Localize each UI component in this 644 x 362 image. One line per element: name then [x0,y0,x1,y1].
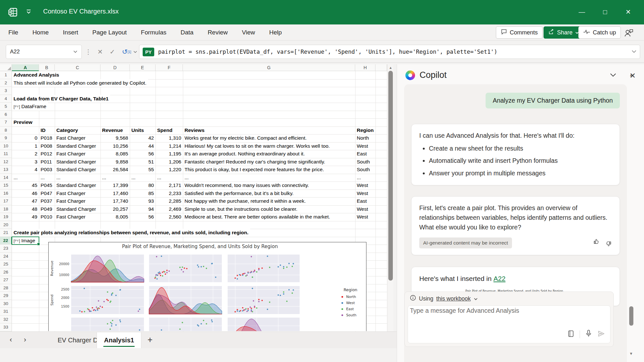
share-button[interactable]: Share [544,26,584,39]
workbook-scope-link[interactable]: this workbook [436,295,471,302]
row-header-1[interactable]: 1 [0,71,12,79]
message-textbox[interactable] [408,305,611,343]
row-header-17[interactable]: 17 [0,197,12,205]
row-header-3[interactable]: 3 [0,87,12,95]
row-header-6[interactable]: 6 [0,111,12,119]
row-header-15[interactable]: 15 [0,181,12,190]
excel-app-icon[interactable] [8,7,18,19]
thumbs-up-icon[interactable] [593,238,600,247]
maximize-button[interactable]: □ [600,6,611,17]
cell-C17[interactable]: Fast Charger [55,197,100,205]
row-header-27[interactable]: 27 [0,276,12,284]
cell-A7[interactable]: Preview [12,118,39,126]
cell-E9[interactable]: 42 [130,134,156,142]
worksheet-grid[interactable]: Advanced AnalysisThis sheet will include… [0,64,387,331]
notebook-icon[interactable] [567,330,574,339]
cell-F14[interactable]: ... [156,174,183,182]
cell-G13[interactable]: This product is okay, but I expected mor… [183,166,355,174]
cell-A10[interactable]: 1 [12,142,39,150]
cell-D11[interactable]: 8,085 [100,150,130,158]
recalculate-chevron-icon[interactable] [133,45,138,59]
menu-home[interactable]: Home [33,29,49,36]
cell-B12[interactable]: P011 [39,158,55,166]
row-header-22[interactable]: 22 [0,237,12,245]
cell-E13[interactable]: 55 [130,166,156,174]
cell-H9[interactable]: North [355,134,375,142]
menu-review[interactable]: Review [208,29,228,36]
row-header-32[interactable]: 32 [0,316,12,324]
cell-A9[interactable]: 0 [12,134,39,142]
cell-A17[interactable]: 47 [12,197,39,205]
row-header-20[interactable]: 20 [0,221,12,229]
cell-D13[interactable]: 26,584 [100,166,130,174]
row-header-19[interactable]: 19 [0,213,12,221]
cell-G14[interactable]: ... [183,174,355,182]
cell-B17[interactable]: P037 [39,197,55,205]
row-header-16[interactable]: 16 [0,190,12,198]
cell-A19[interactable]: 49 [12,213,39,221]
catch-up-button[interactable]: Catch up [578,26,621,39]
close-button[interactable]: ✕ [623,6,634,17]
pairplot-chart-object[interactable]: Pair Plot of Revenue, Marketing Spend, a… [48,242,366,331]
grid-vertical-scrollbar[interactable]: ▲ [387,64,393,331]
column-header-B[interactable]: B [39,64,55,71]
cell-A2[interactable]: This sheet will include all Python code … [12,79,148,87]
cell-D19[interactable]: 8,005 [100,213,130,221]
info-icon[interactable] [410,295,416,302]
row-header-13[interactable]: 13 [0,166,12,174]
cell-C10[interactable]: Standard Charger [55,142,100,150]
cell-H11[interactable]: East [355,150,375,158]
row-header-18[interactable]: 18 [0,205,12,213]
cell-H8[interactable]: Region [355,126,375,135]
cell-F12[interactable]: 1,206 [156,158,183,166]
cell-link-a22[interactable]: A22 [493,275,505,282]
menu-view[interactable]: View [242,29,255,36]
formula-input[interactable]: PY pairplot = sns.pairplot(EVData_df, va… [139,45,640,59]
cell-D18[interactable]: 20,257 [100,205,130,213]
cell-A18[interactable]: 48 [12,205,39,213]
cell-F8[interactable]: Spend [156,126,183,135]
cell-C15[interactable]: Standard Charger [55,181,100,190]
copilot-collapse-icon[interactable] [610,73,617,79]
cell-E14[interactable]: ... [130,174,156,182]
cell-E19[interactable]: 56 [130,213,156,221]
title-dropdown-icon[interactable] [26,9,32,15]
sheet-nav-prev-icon[interactable]: ‹ [10,336,12,344]
cell-B18[interactable]: P049 [39,205,55,213]
formula-text[interactable]: pairplot = sns.pairplot(EVData_df, vars=… [158,49,497,55]
row-header-8[interactable]: 8 [0,126,12,135]
cell-A5[interactable]: [PY]DataFrame [12,103,48,111]
cell-G17[interactable]: Not happy with the purchase, returned it… [183,197,355,205]
add-sheet-button[interactable]: + [147,335,153,345]
cell-C11[interactable]: Fast Charger [55,150,100,158]
send-icon[interactable] [597,330,605,339]
cell-C16[interactable]: Fast Charger [55,190,100,198]
cell-H19[interactable]: West [355,213,375,221]
scroll-up-icon[interactable]: ▲ [388,65,393,70]
cell-D9[interactable]: 9,568 [100,134,130,142]
cell-A14[interactable]: ... [12,174,39,182]
mic-icon[interactable] [585,330,592,339]
cell-G10[interactable]: Hilarious! My cat loves to sit on the wa… [183,142,355,150]
cancel-entry-icon[interactable]: ✕ [95,45,105,59]
column-header-A[interactable]: A [12,64,39,71]
cell-F10[interactable]: 1,214 [156,142,183,150]
sheet-tab-analysis1[interactable]: Analysis1 [97,332,141,348]
cell-E10[interactable]: 44 [130,142,156,150]
cell-H10[interactable]: West [355,142,375,150]
row-header-10[interactable]: 10 [0,142,12,150]
column-header-C[interactable]: C [55,64,100,71]
cell-D15[interactable]: 17,399 [100,181,130,190]
people-presence-icon[interactable] [624,28,634,39]
cell-D12[interactable]: 9,858 [100,158,130,166]
menu-page-layout[interactable]: Page Layout [92,29,127,36]
column-header-D[interactable]: D [100,64,130,71]
cell-H15[interactable]: West [355,181,375,190]
cell-E8[interactable]: Units [130,126,156,135]
copilot-scroll-up-icon[interactable]: ▲ [629,73,633,77]
cell-B13[interactable]: P003 [39,166,55,174]
formula-bar-expand-icon[interactable] [631,49,637,55]
cell-A13[interactable]: 4 [12,166,39,174]
cell-G9[interactable]: Works great for my electric bike. Compac… [183,134,355,142]
cell-D8[interactable]: Revenue [100,126,130,135]
